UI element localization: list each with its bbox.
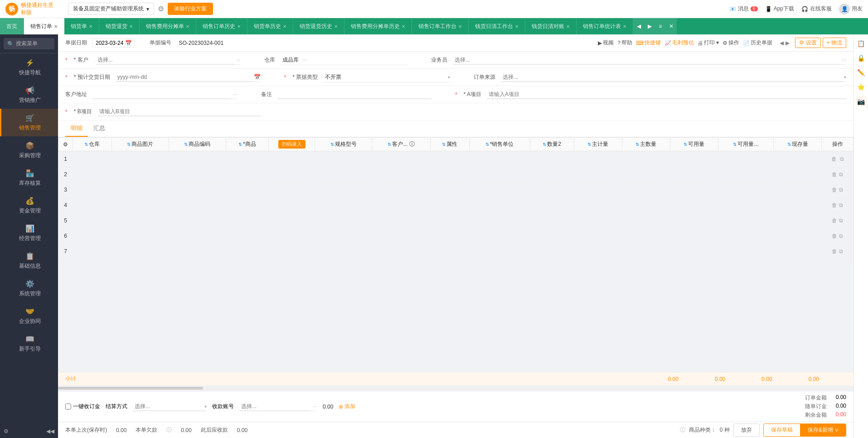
tab-close-all-button[interactable]: ✕ xyxy=(666,18,677,34)
cell-image[interactable] xyxy=(112,151,169,167)
tab-home[interactable]: 首页 xyxy=(0,18,24,34)
delete-icon[interactable]: 🗑 xyxy=(832,171,837,178)
tab-sales-stats[interactable]: 销售订单统计表 ✕ xyxy=(577,18,633,34)
calendar2-icon[interactable]: 📅 xyxy=(254,74,261,80)
cell-available2[interactable] xyxy=(718,167,774,182)
tab-close-icon[interactable]: ✕ xyxy=(623,24,626,29)
cell-warehouse[interactable] xyxy=(73,197,112,213)
sidebar-item-finance[interactable]: 💰 资金管理 xyxy=(0,192,58,219)
cell-product[interactable] xyxy=(226,213,269,228)
cell-customer-code[interactable] xyxy=(372,151,430,167)
cell-customer-code[interactable] xyxy=(372,228,430,244)
cell-code[interactable] xyxy=(169,213,226,228)
nav-prev-icon[interactable]: ◀ xyxy=(780,40,784,46)
add-logistics-button[interactable]: + 物流 xyxy=(823,38,846,48)
delete-icon[interactable]: 🗑 xyxy=(831,156,837,162)
cell-unit[interactable] xyxy=(469,244,530,259)
tab-detail[interactable]: 明细 xyxy=(65,120,88,137)
order-source-input[interactable] xyxy=(501,73,844,82)
tab-close-icon[interactable]: ✕ xyxy=(283,24,286,29)
cell-qty2[interactable] xyxy=(530,167,574,182)
cell-product[interactable] xyxy=(226,182,269,197)
tab-close-icon[interactable]: ✕ xyxy=(237,24,241,29)
shortcut-button[interactable]: ⌨ 快捷键 xyxy=(636,39,661,47)
sidebar-item-basic-info[interactable]: 📋 基础信息 xyxy=(0,247,58,274)
cell-qty2[interactable] xyxy=(530,182,574,197)
th-unit[interactable]: ⇅*销售单位 xyxy=(469,138,530,151)
cell-customer-code[interactable] xyxy=(372,213,430,228)
video-help-button[interactable]: ▶ 视频 xyxy=(598,39,614,47)
cell-image[interactable] xyxy=(112,167,169,182)
th-image[interactable]: ⇅商品图片 xyxy=(112,138,169,151)
tab-close-icon[interactable]: ✕ xyxy=(458,24,462,29)
nav-next-icon[interactable]: ▶ xyxy=(786,40,790,46)
tab-summary[interactable]: 汇总 xyxy=(88,120,111,137)
cell-main-unit[interactable] xyxy=(574,197,622,213)
sidebar-item-quick-nav[interactable]: ⚡ 快捷导航 xyxy=(0,53,58,81)
account-input[interactable] xyxy=(239,402,311,411)
cell-attribute[interactable] xyxy=(430,182,469,197)
tab-close-icon[interactable]: ✕ xyxy=(54,24,58,29)
cell-available[interactable] xyxy=(670,182,718,197)
add-item-button[interactable]: ⊕ 添加 xyxy=(339,403,355,410)
tab-order-workbench[interactable]: 销售订单工作台 ✕ xyxy=(412,18,469,34)
cell-product[interactable] xyxy=(226,197,269,213)
right-panel-star[interactable]: ⭐ xyxy=(856,82,867,92)
app-download-button[interactable]: 📱 App下载 xyxy=(765,5,794,13)
tab-close-icon[interactable]: ✕ xyxy=(402,24,405,29)
tab-close-icon[interactable]: ✕ xyxy=(515,24,519,29)
copy-icon[interactable]: ⧉ xyxy=(839,171,843,178)
cell-main-unit[interactable] xyxy=(574,213,622,228)
customer-input[interactable] xyxy=(96,56,234,64)
cell-spec[interactable] xyxy=(315,213,372,228)
user-avatar[interactable]: 👤 用友 xyxy=(839,4,863,14)
cell-warehouse[interactable] xyxy=(73,228,112,244)
cell-main-qty[interactable] xyxy=(622,151,670,167)
cell-attribute[interactable] xyxy=(430,213,469,228)
cell-available2[interactable] xyxy=(718,213,774,228)
sidebar-item-inventory[interactable]: 🏪 库存核算 xyxy=(0,164,58,192)
copy-icon[interactable]: ⧉ xyxy=(839,233,843,239)
copy-icon[interactable]: ⧉ xyxy=(839,217,843,224)
copy-icon[interactable]: ⧉ xyxy=(839,202,843,208)
cell-warehouse[interactable] xyxy=(73,244,112,259)
cell-customer-code[interactable] xyxy=(372,167,430,182)
tab-close-icon[interactable]: ✕ xyxy=(186,24,189,29)
cell-available2[interactable] xyxy=(718,228,774,244)
cell-spec[interactable] xyxy=(315,228,372,244)
tab-return-history[interactable]: 销货退货历史 ✕ xyxy=(293,18,344,34)
tab-close-icon[interactable]: ✕ xyxy=(129,24,133,29)
copy-icon[interactable]: ⧉ xyxy=(839,248,843,255)
th-qty2[interactable]: ⇅数量2 xyxy=(530,138,574,151)
scan-enter-button[interactable]: 扫码录入 xyxy=(278,140,305,149)
cell-main-unit[interactable] xyxy=(574,182,622,197)
sidebar-item-operations[interactable]: 📊 经营管理 xyxy=(0,219,58,247)
sidebar-item-sales[interactable]: 🛒 销售管理 xyxy=(0,109,58,136)
payment-method-input[interactable] xyxy=(133,402,204,411)
cell-qty2[interactable] xyxy=(530,228,574,244)
tab-sales-slip-history[interactable]: 销货单历史 ✕ xyxy=(247,18,293,34)
cell-available2[interactable] xyxy=(718,151,774,167)
sidebar-collapse-icon[interactable]: ◀◀ xyxy=(46,428,54,434)
cell-current[interactable] xyxy=(774,151,822,167)
scrollbar-thumb[interactable] xyxy=(58,387,203,390)
cell-main-qty[interactable] xyxy=(622,244,670,259)
right-panel-camera[interactable]: 📷 xyxy=(856,96,867,107)
cell-warehouse[interactable] xyxy=(73,151,112,167)
address-more-icon[interactable]: ··· xyxy=(233,91,238,97)
cell-main-unit[interactable] xyxy=(574,244,622,259)
cell-current[interactable] xyxy=(774,167,822,182)
cell-available[interactable] xyxy=(670,167,718,182)
tab-sales-return[interactable]: 销货退货 ✕ xyxy=(99,18,140,34)
cell-current[interactable] xyxy=(774,182,822,197)
cell-attribute[interactable] xyxy=(430,151,469,167)
cell-qty2[interactable] xyxy=(530,244,574,259)
cell-warehouse[interactable] xyxy=(73,213,112,228)
cell-unit[interactable] xyxy=(469,213,530,228)
cell-spec[interactable] xyxy=(315,167,372,182)
save-draft-button[interactable]: 保存草稿 xyxy=(763,424,800,437)
cell-product[interactable] xyxy=(226,167,269,182)
sidebar-settings-icon[interactable]: ⚙ xyxy=(4,428,9,434)
cell-main-qty[interactable] xyxy=(622,228,670,244)
th-attribute[interactable]: ⇅属性 xyxy=(430,138,469,151)
